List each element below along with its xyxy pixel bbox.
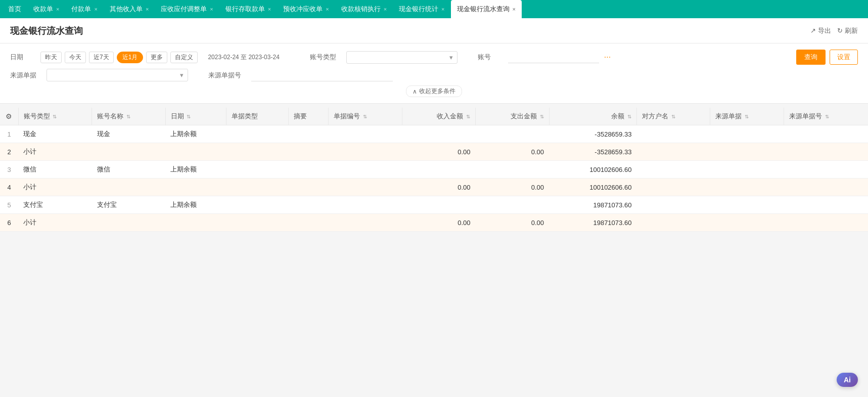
account-input-wrap <box>508 51 599 63</box>
data-table: ⚙ 账号类型 ⇅ 账号名称 ⇅ 日期 ⇅ 单据类型 摘要 单据编号 <box>0 108 868 232</box>
col-header-doc-no[interactable]: 单据编号 ⇅ <box>329 108 402 125</box>
settings-col-icon[interactable]: ⚙ <box>6 112 12 120</box>
nav-tab-cunkuandan[interactable]: 银行存取款单 × <box>219 0 277 18</box>
query-button[interactable]: 查询 <box>796 50 826 65</box>
cell-summary <box>289 143 329 161</box>
cell-balance: 19871073.60 <box>549 214 636 232</box>
nav-tab-shoukuandan[interactable]: 收款单 × <box>27 0 65 18</box>
sort-icon: ⇅ <box>540 114 544 119</box>
cell-account-name <box>92 179 166 196</box>
collapse-row: ∧ 收起更多条件 <box>10 85 858 97</box>
refresh-button[interactable]: ↻ 刷新 <box>837 26 858 35</box>
close-icon[interactable]: × <box>94 6 97 12</box>
export-button[interactable]: ↗ 导出 <box>810 26 831 35</box>
date-btn-today[interactable]: 今天 <box>65 52 86 63</box>
nav-tab-fukuandan[interactable]: 付款单 × <box>65 0 103 18</box>
cell-expense <box>476 196 550 214</box>
date-label: 日期 <box>10 53 30 62</box>
cell-date: 上期余额 <box>165 196 226 214</box>
close-icon[interactable]: × <box>513 6 516 12</box>
col-header-source-doc-no[interactable]: 来源单据号 ⇅ <box>784 108 868 125</box>
col-header-summary: 摘要 <box>289 108 329 125</box>
sort-icon: ⇅ <box>363 114 367 119</box>
cell-doc-type <box>226 214 289 232</box>
col-header-source-doc[interactable]: 来源单据 ⇅ <box>710 108 784 125</box>
cell-source-doc <box>710 143 784 161</box>
collapse-button[interactable]: ∧ 收起更多条件 <box>406 85 462 97</box>
cell-expense: 0.00 <box>476 179 550 196</box>
cell-account-type: 小计 <box>18 179 92 196</box>
account-type-label: 账号类型 <box>310 53 336 62</box>
filter-row-2: 来源单据 ▾ 来源单据号 <box>10 69 858 81</box>
table-body: 1现金现金上期余额-3528659.332小计0.000.00-3528659.… <box>0 125 868 232</box>
cell-source-doc-no <box>784 214 868 232</box>
cell-expense <box>476 125 550 143</box>
close-icon[interactable]: × <box>146 6 149 12</box>
date-btn-yesterday[interactable]: 昨天 <box>40 52 62 63</box>
account-input[interactable] <box>508 51 599 63</box>
cell-expense <box>476 161 550 179</box>
setting-button[interactable]: 设置 <box>830 50 858 65</box>
nav-home[interactable]: 首页 <box>2 5 27 14</box>
cell-doc-no <box>329 214 402 232</box>
date-btn-custom[interactable]: 自定义 <box>170 52 198 63</box>
table-header-row: ⚙ 账号类型 ⇅ 账号名称 ⇅ 日期 ⇅ 单据类型 摘要 单据编号 <box>0 108 868 125</box>
row-number: 5 <box>0 196 18 214</box>
cell-account-name: 支付宝 <box>92 196 166 214</box>
nav-tab-tiaozhendan[interactable]: 应收应付调整单 × <box>155 0 219 18</box>
cell-source-doc <box>710 125 784 143</box>
cell-source-doc-no <box>784 143 868 161</box>
cell-date: 上期余额 <box>165 161 226 179</box>
close-icon[interactable]: × <box>210 6 213 12</box>
source-doc-select[interactable]: ▾ <box>47 69 188 81</box>
cell-balance: -3528659.33 <box>549 125 636 143</box>
cell-doc-type <box>226 196 289 214</box>
col-header-balance[interactable]: 余额 ⇅ <box>549 108 636 125</box>
action-buttons: 查询 设置 <box>796 50 858 65</box>
sort-icon: ⇅ <box>671 114 675 119</box>
date-btn-more[interactable]: 更多 <box>146 52 167 63</box>
nav-tab-qitashouru[interactable]: 其他收入单 × <box>104 0 155 18</box>
col-header-date[interactable]: 日期 ⇅ <box>165 108 226 125</box>
col-header-account-name[interactable]: 账号名称 ⇅ <box>92 108 166 125</box>
date-btn-7days[interactable]: 近7天 <box>89 52 114 63</box>
close-icon[interactable]: × <box>268 6 271 12</box>
cell-doc-type <box>226 125 289 143</box>
cell-balance: 100102606.60 <box>549 161 636 179</box>
cell-counterparty <box>636 161 710 179</box>
data-table-wrap: ⚙ 账号类型 ⇅ 账号名称 ⇅ 日期 ⇅ 单据类型 摘要 单据编号 <box>0 108 868 232</box>
cell-balance: 100102606.60 <box>549 179 636 196</box>
cell-date <box>165 143 226 161</box>
nav-tab-liushui[interactable]: 现金银行流水查询 × <box>451 0 522 18</box>
account-dots-button[interactable]: ··· <box>602 53 613 62</box>
source-doc-no-label: 来源单据号 <box>208 71 241 80</box>
nav-tab-yushou[interactable]: 预收冲应收单 × <box>277 0 335 18</box>
col-header-counterparty[interactable]: 对方户名 ⇅ <box>636 108 710 125</box>
close-icon[interactable]: × <box>56 6 59 12</box>
nav-tab-tongji[interactable]: 现金银行统计 × <box>393 0 450 18</box>
table-row: 1现金现金上期余额-3528659.33 <box>0 125 868 143</box>
source-doc-no-input[interactable] <box>251 69 393 81</box>
date-btn-1month[interactable]: 近1月 <box>117 52 144 63</box>
settings-column-header[interactable]: ⚙ <box>0 108 18 125</box>
col-header-expense[interactable]: 支出金额 ⇅ <box>476 108 550 125</box>
chevron-up-icon: ∧ <box>413 88 417 95</box>
cell-income: 0.00 <box>402 143 476 161</box>
cell-income <box>402 196 476 214</box>
col-header-account-type[interactable]: 账号类型 ⇅ <box>18 108 92 125</box>
sort-icon: ⇅ <box>53 114 57 119</box>
close-icon[interactable]: × <box>441 6 444 12</box>
close-icon[interactable]: × <box>326 6 329 12</box>
cell-doc-no <box>329 143 402 161</box>
cell-summary <box>289 214 329 232</box>
nav-tab-hexiao[interactable]: 收款核销执行 × <box>335 0 393 18</box>
row-number: 2 <box>0 143 18 161</box>
table-row: 5支付宝支付宝上期余额19871073.60 <box>0 196 868 214</box>
cell-counterparty <box>636 179 710 196</box>
chevron-down-icon: ▾ <box>449 54 453 61</box>
col-header-income[interactable]: 收入金额 ⇅ <box>402 108 476 125</box>
cell-account-name <box>92 214 166 232</box>
close-icon[interactable]: × <box>384 6 387 12</box>
account-type-select[interactable]: ▾ <box>346 51 458 64</box>
cell-account-type: 小计 <box>18 143 92 161</box>
